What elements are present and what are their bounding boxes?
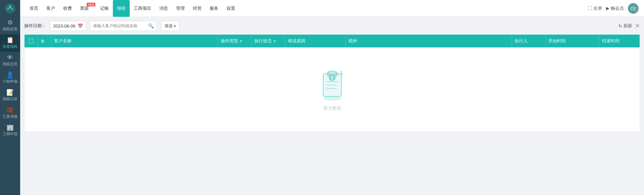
member-button[interactable]: ▶ 畅会员 xyxy=(606,5,624,11)
empty-state: 暂无数据 xyxy=(25,47,640,131)
svg-point-4 xyxy=(323,96,342,101)
th-kaishijian: 开始时间 xyxy=(546,35,599,47)
nav-item-baoshui[interactable]: 报税 xyxy=(113,0,130,17)
avatar[interactable]: CE xyxy=(628,3,639,14)
settings-icon: ⚙ xyxy=(7,20,13,26)
sidebar-item-baoshuijilu[interactable]: 📝 报税记录 xyxy=(0,87,20,104)
svg-point-0 xyxy=(5,3,15,13)
th-shuizhong: 税种 xyxy=(346,35,512,47)
th-zhixingstatus[interactable]: 执行状态 ▼ xyxy=(252,35,285,47)
sidebar-item-geshuishenbao[interactable]: 👤 个税申报 xyxy=(0,69,20,87)
nav-item-kehu[interactable]: 客户 xyxy=(42,0,59,17)
sidebar-item-piliangshuishui[interactable]: 📋 批量报税 xyxy=(0,34,20,52)
sidebar-item-baoshuishezhi[interactable]: ⚙ 报税设置 xyxy=(0,17,20,34)
th-jieshuShijian: 结束时间 xyxy=(599,35,640,47)
date-picker[interactable]: 2023-06-06 📅 xyxy=(50,21,86,31)
refresh-button[interactable]: ↻ 刷新 xyxy=(618,23,632,29)
sidebar: ⚙ 报税设置 📋 批量报税 👁 报税总览 👤 个税申报 📝 报税记录 💼 汇算清… xyxy=(0,0,20,195)
nav-item-guanli[interactable]: 管理 xyxy=(172,0,189,17)
table-container: ⚙ 客户名称 操作类型 ▼ 执行状态 ▼ 错误原因 xyxy=(24,34,640,132)
calendar-icon: 📅 xyxy=(78,24,83,29)
nav-item-xiaoxi[interactable]: 消息 xyxy=(155,0,172,17)
svg-point-13 xyxy=(332,79,333,80)
sidebar-item-label: 个税申报 xyxy=(3,79,17,84)
topnav-right: ⛶ 全屏 ▶ 畅会员 CE xyxy=(588,3,639,14)
svg-rect-12 xyxy=(332,76,333,78)
svg-text:CE: CE xyxy=(631,6,636,11)
search-box: 🔍 xyxy=(90,21,157,31)
nav-item-shouye[interactable]: 首页 xyxy=(26,0,42,17)
th-cuowuyuanyin: 错误原因 xyxy=(285,35,346,47)
nav-item-shoufei[interactable]: 收费 xyxy=(59,0,76,17)
sidebar-item-huisuanqingji[interactable]: 💼 汇算清缴 xyxy=(0,104,20,122)
nav-item-jingying[interactable]: 经营 xyxy=(189,0,206,17)
toolbar-right: ↻ 刷新 ✕ xyxy=(618,23,640,29)
filter-button[interactable]: 筛选 ▾ xyxy=(161,21,179,31)
filter-label: 筛选 xyxy=(165,23,173,29)
sidebar-logo xyxy=(0,0,20,17)
date-label: 操作日期： xyxy=(24,23,46,29)
sidebar-item-label: 报税总览 xyxy=(3,62,17,67)
nav-item-piao[interactable]: 票据 new xyxy=(76,0,96,17)
batch-tax-icon: 📋 xyxy=(6,37,14,43)
th-caozuoleixing[interactable]: 操作类型 ▼ xyxy=(218,35,252,47)
empty-illustration xyxy=(317,68,347,101)
sidebar-item-label: 报税设置 xyxy=(3,27,17,32)
svg-point-1 xyxy=(9,5,11,7)
date-value: 2023-06-06 xyxy=(53,24,76,29)
th-settings: ⚙ xyxy=(38,35,51,47)
search-icon: 🔍 xyxy=(148,23,154,29)
overview-icon: 👁 xyxy=(7,54,13,61)
sidebar-item-label: 汇算清缴 xyxy=(3,114,17,119)
main-area: 首页 客户 收费 票据 new 记账 报税 工商项目 消息 管理 经营 xyxy=(20,0,644,195)
sidebar-item-label: 工商年报 xyxy=(3,131,17,136)
video-icon: ▶ xyxy=(606,6,609,11)
page-body: 操作日期： 2023-06-06 📅 🔍 筛选 ▾ ↻ 刷新 xyxy=(20,17,644,195)
topnav: 首页 客户 收费 票据 new 记账 报税 工商项目 消息 管理 经营 xyxy=(20,0,644,17)
settlement-icon: 💼 xyxy=(6,107,14,113)
sidebar-item-gongshangnianb[interactable]: 🏢 工商年报 xyxy=(0,122,20,139)
th-kehumingcheng: 客户名称 xyxy=(51,35,218,47)
close-button[interactable]: ✕ xyxy=(635,23,640,29)
table-header: ⚙ 客户名称 操作类型 ▼ 执行状态 ▼ 错误原因 xyxy=(25,35,640,47)
sidebar-item-label: 批量报税 xyxy=(3,44,17,49)
nav-item-shezhi[interactable]: 设置 xyxy=(222,0,239,17)
sidebar-item-baoshuizonglan[interactable]: 👁 报税总览 xyxy=(0,52,20,69)
svg-rect-7 xyxy=(329,71,336,74)
content: 操作日期： 2023-06-06 📅 🔍 筛选 ▾ ↻ 刷新 xyxy=(20,17,644,195)
select-all-checkbox[interactable] xyxy=(29,39,34,43)
th-checkbox[interactable] xyxy=(25,35,38,47)
nav-item-fuwu[interactable]: 服务 xyxy=(206,0,222,17)
fullscreen-button[interactable]: ⛶ 全屏 xyxy=(588,5,602,11)
new-badge: new xyxy=(87,3,95,6)
nav-item-jizhang[interactable]: 记账 xyxy=(96,0,113,17)
toolbar: 操作日期： 2023-06-06 📅 🔍 筛选 ▾ ↻ 刷新 xyxy=(24,21,640,31)
sort-icon: ▼ xyxy=(240,39,243,43)
settings-column-icon: ⚙ xyxy=(41,39,45,44)
nav-item-gongshangxiangmu[interactable]: 工商项目 xyxy=(130,0,155,17)
search-input[interactable] xyxy=(93,24,147,28)
personal-tax-icon: 👤 xyxy=(6,72,14,78)
empty-text: 暂无数据 xyxy=(324,105,341,111)
th-zhixingren: 执行人 xyxy=(512,35,546,47)
record-icon: 📝 xyxy=(6,89,14,95)
refresh-icon: ↻ xyxy=(618,24,622,29)
annual-report-icon: 🏢 xyxy=(6,124,14,130)
chevron-down-icon: ▾ xyxy=(174,24,176,28)
sort-icon: ▼ xyxy=(273,39,276,43)
sidebar-item-label: 报税记录 xyxy=(3,96,17,102)
fullscreen-icon: ⛶ xyxy=(588,6,592,11)
